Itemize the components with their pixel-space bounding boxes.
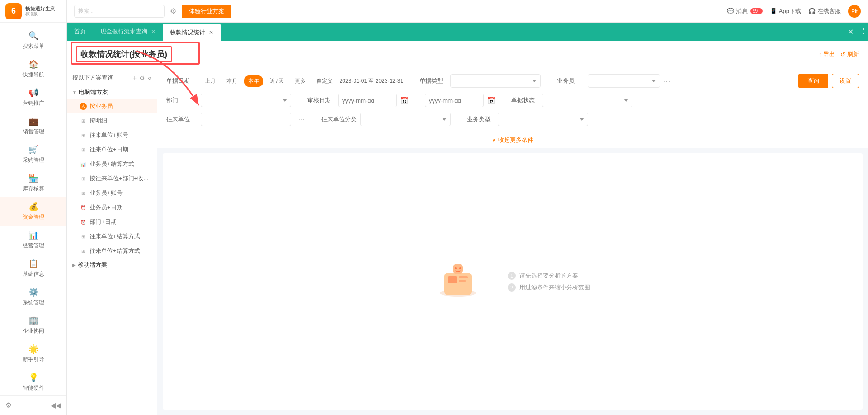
filter-row-2: 部门 审核日期 📅 — 📅 单据状态 (166, 94, 859, 107)
tree-item-salesman-settlement[interactable]: 📊 业务员+结算方式 (67, 157, 157, 171)
operations-icon: 📊 (28, 230, 38, 240)
salesman-label: 业务员 (557, 77, 584, 85)
audit-date-end[interactable] (425, 94, 484, 107)
voucher-status-select[interactable] (542, 94, 632, 107)
settings-button[interactable]: 设置 (832, 74, 859, 88)
tab-close-all-btn[interactable]: ✕ (848, 28, 854, 36)
online-service-btn[interactable]: 🎧 在线客服 (808, 7, 841, 15)
tab-bar-actions: ✕ ⛶ (848, 28, 868, 36)
tab-bank-flow-close[interactable]: ✕ (151, 28, 156, 35)
sidebar-item-guide[interactable]: 🌟 新手引导 (0, 340, 66, 368)
sidebar-item-finance-label: 资金管理 (23, 213, 44, 221)
sidebar-item-basic[interactable]: 📋 基础信息 (0, 254, 66, 283)
desktop-section-header[interactable]: ▼ 电脑端方案 (67, 85, 157, 99)
refresh-btn[interactable]: ↺ 刷新 (840, 50, 859, 58)
audit-date-end-icon[interactable]: 📅 (487, 97, 495, 104)
header-gear-icon[interactable]: ⚙ (170, 7, 176, 15)
business-type-select[interactable] (498, 113, 588, 126)
purchase-icon: 🛒 (28, 145, 38, 155)
filter-row-3: 往来单位 ··· 往来单位分类 业务类型 (166, 113, 859, 126)
salesman-more-btn[interactable]: ··· (664, 77, 670, 85)
left-panel-actions: + ⚙ « (133, 74, 151, 81)
trial-button[interactable]: 体验行业方案 (182, 5, 231, 18)
sidebar-item-purchase[interactable]: 🛒 采购管理 (0, 140, 66, 169)
counterpart-input[interactable] (201, 113, 291, 126)
date-btn-more[interactable]: 更多 (291, 75, 310, 87)
voucher-status-label: 单据状态 (511, 96, 538, 104)
sidebar-item-inventory[interactable]: 🏪 库存核算 (0, 169, 66, 197)
salesman-select[interactable] (588, 74, 660, 88)
left-panel-header-text: 按以下方案查询 (72, 74, 113, 82)
collapse-sidebar-btn[interactable]: ◀◀ (50, 401, 61, 410)
chevron-up-icon: ∧ (492, 137, 496, 144)
tree-item-unit-date[interactable]: ⊞ 往来单位+日期 (67, 142, 157, 157)
tree-item-unit-settlement1[interactable]: ⊞ 往来单位+结算方式 (67, 229, 157, 244)
svg-rect-2 (448, 276, 457, 283)
tree-item-unit-dept[interactable]: ⊞ 按往来单位+部门+收... (67, 171, 157, 186)
mobile-section-header[interactable]: ▶ 移动端方案 (67, 258, 157, 272)
audit-date-start-icon[interactable]: 📅 (401, 97, 408, 104)
bank-flow-tab-label: 现金银行流水查询 (100, 28, 147, 36)
sidebar-item-marketing[interactable]: 📢 营销推广 (0, 83, 66, 112)
tab-bank-flow[interactable]: 现金银行流水查询 ✕ (93, 23, 163, 41)
query-button[interactable]: 查询 (798, 74, 828, 88)
collapse-panel-btn[interactable]: « (148, 74, 151, 81)
headset-icon: 🎧 (808, 8, 816, 14)
sidebar-item-basic-label: 基础信息 (23, 270, 44, 278)
tree-item-unit-account[interactable]: ⊞ 往来单位+账号 (67, 128, 157, 142)
counterpart-category-select[interactable] (360, 113, 451, 126)
header-search[interactable]: 搜索... (74, 5, 165, 18)
add-scheme-btn[interactable]: + (133, 74, 137, 81)
tree-item-salesman-date[interactable]: ⏰ 业务员+日期 (67, 200, 157, 215)
sidebar-item-sales[interactable]: 💼 销售管理 (0, 112, 66, 140)
scheme-settings-btn[interactable]: ⚙ (139, 74, 145, 81)
audit-date-label: 审核日期 (307, 96, 335, 104)
audit-date-start[interactable] (338, 94, 397, 107)
tree-item-detail[interactable]: ⊞ 按明细 (67, 113, 157, 128)
date-btn-last-month[interactable]: 上月 (201, 75, 220, 87)
tree-item-dept-date[interactable]: ⏰ 部门+日期 (67, 215, 157, 229)
header-left: 搜索... ⚙ 体验行业方案 (74, 5, 231, 18)
voucher-type-select[interactable] (450, 74, 541, 88)
sidebar-item-inventory-label: 库存核算 (23, 185, 44, 193)
collapse-bar[interactable]: ∧ 收起更多条件 (157, 132, 868, 148)
dept-select[interactable] (201, 94, 291, 107)
export-btn[interactable]: ↑ 导出 (819, 50, 835, 58)
main-area: 搜索... ⚙ 体验行业方案 💬 消息 99+ 📱 App下载 🎧 在线客服 R… (67, 0, 868, 415)
sidebar: 6 畅捷通好生意 标准版 🔍 搜索菜单 🏠 快捷导航 📢 营销推广 💼 销售管理… (0, 0, 67, 415)
counterpart-more-btn[interactable]: ··· (298, 116, 305, 123)
sidebar-item-search[interactable]: 🔍 搜索菜单 (0, 26, 66, 55)
tab-payment-stats[interactable]: 收款情况统计 ✕ (163, 24, 221, 42)
date-btn-this-year[interactable]: 本年 (244, 75, 263, 87)
search-text: 搜索... (78, 7, 94, 15)
date-btn-this-month[interactable]: 本月 (222, 75, 241, 87)
svg-rect-3 (459, 276, 468, 278)
tab-home[interactable]: 首页 (67, 23, 93, 41)
sidebar-item-operations[interactable]: 📊 经营管理 (0, 226, 66, 254)
hardware-icon: 💡 (28, 373, 38, 382)
sidebar-item-quicknav[interactable]: 🏠 快捷导航 (0, 55, 66, 83)
tree-item-unit-settlement2[interactable]: ⊞ 往来单位+结算方式 (67, 244, 157, 258)
user-avatar[interactable]: Rit (848, 5, 861, 18)
enterprise-icon: 🏢 (28, 316, 38, 325)
tab-payment-stats-close[interactable]: ✕ (209, 29, 213, 36)
item-icon-salesman-account: ⊞ (80, 189, 87, 197)
date-btn-custom[interactable]: 自定义 (312, 75, 337, 87)
messages-btn[interactable]: 💬 消息 99+ (727, 7, 763, 15)
date-btn-7days[interactable]: 近7天 (266, 75, 288, 87)
item-icon-salesman: 人 (80, 103, 87, 110)
sidebar-item-enterprise[interactable]: 🏢 企业协同 (0, 311, 66, 340)
settings-bottom-btn[interactable]: ⚙ (5, 401, 12, 410)
logo-icon: 6 (5, 3, 22, 19)
counterpart-label: 往来单位 (166, 115, 193, 123)
messages-badge: 99+ (750, 8, 763, 14)
sidebar-item-hardware[interactable]: 💡 智能硬件 (0, 368, 66, 395)
svg-point-6 (455, 267, 457, 269)
tree-item-salesman-account[interactable]: ⊞ 业务员+账号 (67, 186, 157, 200)
sidebar-item-finance[interactable]: 💰 资金管理 (0, 197, 66, 226)
tab-expand-btn[interactable]: ⛶ (857, 28, 864, 36)
sidebar-bottom: ⚙ ◀◀ (0, 395, 66, 415)
tree-item-by-salesman[interactable]: 人 按业务员 (67, 99, 157, 113)
sidebar-item-system[interactable]: ⚙️ 系统管理 (0, 283, 66, 311)
app-download-btn[interactable]: 📱 App下载 (770, 7, 801, 15)
